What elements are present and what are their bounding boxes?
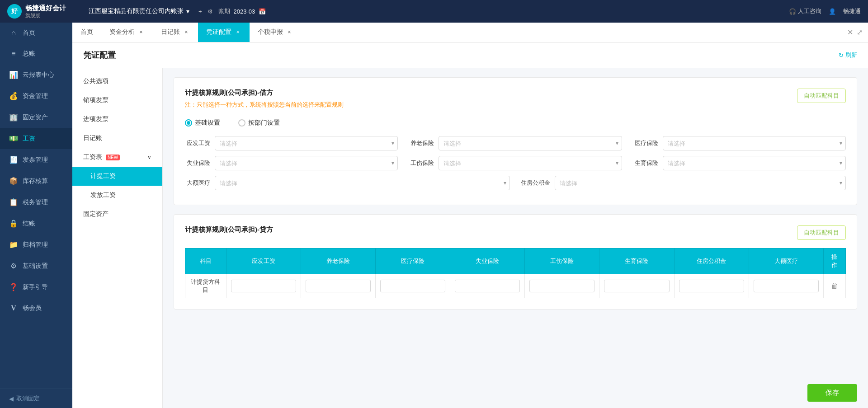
nav-public[interactable]: 公共选项 <box>72 72 162 91</box>
nav-calc-salary[interactable]: 计提工资 <box>72 167 162 186</box>
refresh-btn[interactable]: ↻ 刷新 <box>839 51 857 59</box>
field-yingfagongzi: 应发工资 请选择 ▾ <box>185 136 398 150</box>
reports-icon: 📊 <box>9 70 18 79</box>
username: 畅捷通 <box>843 7 861 15</box>
tab-home[interactable]: 首页 <box>72 23 101 42</box>
select-daeyiliao[interactable]: 请选择 <box>215 176 510 190</box>
sidebar-item-guide[interactable]: ❓ 新手引导 <box>0 277 72 298</box>
row-gongshang-input[interactable] <box>529 280 594 292</box>
select-yiliao[interactable]: 请选择 <box>663 136 846 150</box>
archive-icon: 📁 <box>9 240 18 249</box>
label-gongshang: 工伤保险 <box>409 159 434 167</box>
sidebar-label-fixed: 固定资产 <box>23 113 48 122</box>
company-selector[interactable]: 江西服宝精品有限责任公司内账张 ▾ <box>85 5 193 17</box>
debit-section-title: 计提核算规则(公司承担)-借方 <box>185 89 344 97</box>
tab-fund-close[interactable]: × <box>137 28 145 36</box>
select-shiye[interactable]: 请选择 <box>215 156 398 170</box>
left-nav: 公共选项 销项发票 进项发票 日记账 工资表 NEW <box>72 68 163 408</box>
tab-voucher[interactable]: 凭证配置 × <box>198 23 250 42</box>
field-gongshang: 工伤保险 请选择 ▾ <box>409 156 622 170</box>
row-delete-btn[interactable]: 🗑 <box>831 282 838 290</box>
debit-form-grid-row3: 大额医疗 请选择 ▾ 住房公积金 <box>185 176 846 190</box>
row-shengyu-input[interactable] <box>604 280 669 292</box>
label-yanglao: 养老保险 <box>409 139 434 147</box>
radio-dept[interactable]: 按部门设置 <box>238 119 280 127</box>
cancel-fixed-btn[interactable]: ◀ 取消固定 <box>0 389 72 408</box>
logo-sub: 旗舰版 <box>25 12 66 19</box>
nav-journal[interactable]: 日记账 <box>72 129 162 148</box>
select-shengyu[interactable]: 请选择 <box>663 156 846 170</box>
row-yanglao-input-cell <box>301 274 375 298</box>
select-daeyiliao-wrapper: 请选择 ▾ <box>215 176 510 190</box>
col-shengyu: 生育保险 <box>599 249 674 274</box>
tab-close-btn[interactable]: ✕ <box>847 28 853 37</box>
nav-sales-invoice[interactable]: 销项发票 <box>72 91 162 110</box>
nav-purchase-invoice[interactable]: 进项发票 <box>72 110 162 129</box>
sidebar-label-archive: 归档管理 <box>23 241 48 249</box>
tab-fund[interactable]: 资金分析 × <box>101 23 153 42</box>
nav-salary-table-label: 工资表 NEW <box>83 153 120 161</box>
row-zhufang-input[interactable] <box>679 280 744 292</box>
nav-salary-table[interactable]: 工资表 NEW ∨ <box>72 148 162 167</box>
main-section: 计提核算规则(公司承担)-借方 注：只能选择一种方式，系统将按照您当前的选择来配… <box>163 68 868 408</box>
label-shiye: 失业保险 <box>185 159 210 167</box>
sidebar-item-close[interactable]: 🔒 结账 <box>0 213 72 234</box>
sidebar: ⌂ 首页 ≡ 总账 📊 云报表中心 💰 资金管理 🏢 固定资产 💵 工资 🧾 发… <box>0 23 72 408</box>
row-yingfa-input-cell <box>226 274 301 298</box>
table-row: 计提贷方科目 🗑 <box>185 274 846 298</box>
field-zhufanggongjijin: 住房公积金 请选择 ▾ <box>521 176 846 190</box>
salary-icon: 💵 <box>9 134 18 143</box>
main-layout: ⌂ 首页 ≡ 总账 📊 云报表中心 💰 资金管理 🏢 固定资产 💵 工资 🧾 发… <box>0 23 868 408</box>
tab-tax-close[interactable]: × <box>286 28 293 36</box>
row-shiye-input[interactable] <box>455 280 520 292</box>
select-zhufanggongjijin-wrapper: 请选择 ▾ <box>555 176 846 190</box>
nav-pay-salary[interactable]: 发放工资 <box>72 186 162 205</box>
sidebar-item-ledger[interactable]: ≡ 总账 <box>0 43 72 64</box>
close-period-icon: 🔒 <box>9 219 18 228</box>
sidebar-item-settings[interactable]: ⚙ 基础设置 <box>0 255 72 277</box>
tab-journal[interactable]: 日记账 × <box>153 23 198 42</box>
select-yanglao[interactable]: 请选择 <box>439 136 622 150</box>
calendar-icon[interactable]: 📅 <box>259 8 266 15</box>
col-gongshang: 工伤保险 <box>525 249 599 274</box>
tab-voucher-close[interactable]: × <box>234 28 241 36</box>
tab-bar-actions: ✕ ⤢ <box>847 28 868 37</box>
sidebar-item-inventory[interactable]: 📦 库存核算 <box>0 170 72 192</box>
debit-section-note: 注：只能选择一种方式，系统将按照您当前的选择来配置规则 <box>185 101 344 109</box>
row-yiliao-input[interactable] <box>380 280 445 292</box>
sidebar-item-fixed[interactable]: 🏢 固定资产 <box>0 107 72 128</box>
member-icon: V <box>9 304 18 312</box>
add-button[interactable]: + <box>198 8 202 15</box>
nav-fixed-assets[interactable]: 固定资产 <box>72 205 162 224</box>
sidebar-item-tax[interactable]: 📋 税务管理 <box>0 192 72 213</box>
sidebar-item-archive[interactable]: 📁 归档管理 <box>0 234 72 255</box>
select-zhufanggongjijin[interactable]: 请选择 <box>555 176 846 190</box>
tax-icon: 📋 <box>9 198 18 206</box>
settings-icon[interactable]: ⚙ <box>208 8 213 15</box>
tab-journal-close[interactable]: × <box>183 28 190 36</box>
tab-tax[interactable]: 个税申报 × <box>250 23 301 42</box>
credit-auto-match-btn[interactable]: 自动匹配科目 <box>797 225 846 240</box>
row-daeyiliao-input[interactable] <box>754 280 819 292</box>
sidebar-item-fund[interactable]: 💰 资金管理 <box>0 85 72 107</box>
sidebar-item-member[interactable]: V 畅会员 <box>0 298 72 319</box>
tab-expand-btn[interactable]: ⤢ <box>857 28 863 37</box>
credit-section: 计提核算规则(公司承担)-贷方 自动匹配科目 科目 应发工资 养老保险 医疗保险 <box>174 214 857 310</box>
select-yingfagongzi[interactable]: 请选择 <box>215 136 398 150</box>
invoice-icon: 🧾 <box>9 155 18 164</box>
col-yiliao: 医疗保险 <box>376 249 450 274</box>
select-gongshang[interactable]: 请选择 <box>439 156 622 170</box>
ledger-icon: ≡ <box>9 50 18 58</box>
human-service-btn[interactable]: 🎧 人工咨询 <box>789 7 821 15</box>
sidebar-item-salary[interactable]: 💵 工资 <box>0 128 72 149</box>
period-label: 账期 <box>218 7 230 15</box>
sidebar-item-invoice[interactable]: 🧾 发票管理 <box>0 149 72 170</box>
save-btn[interactable]: 保存 <box>807 384 857 402</box>
credit-section-title: 计提核算规则(公司承担)-贷方 <box>185 225 273 234</box>
row-yanglao-input[interactable] <box>306 280 371 292</box>
debit-auto-match-btn[interactable]: 自动匹配科目 <box>797 89 846 103</box>
row-yingfa-input[interactable] <box>231 280 296 292</box>
sidebar-item-reports[interactable]: 📊 云报表中心 <box>0 64 72 85</box>
radio-basic[interactable]: 基础设置 <box>185 119 220 127</box>
sidebar-item-home[interactable]: ⌂ 首页 <box>0 23 72 43</box>
